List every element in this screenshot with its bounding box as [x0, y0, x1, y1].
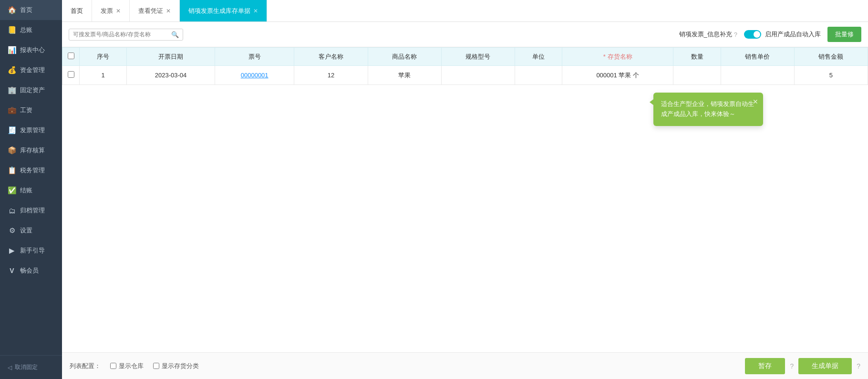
th-unit-price: 销售单价 — [721, 48, 794, 66]
sidebar-item-invoice-mgmt[interactable]: 🧾 发票管理 — [0, 120, 62, 140]
sidebar-bottom: ◁ 取消固定 — [0, 355, 62, 379]
guide-icon: ▶ — [8, 246, 16, 255]
sidebar-item-settings[interactable]: ⚙ 设置 — [0, 221, 62, 241]
sidebar-item-payroll[interactable]: 💼 工资 — [0, 100, 62, 120]
bottom-actions: 暂存 ? 生成单据 ? — [745, 358, 860, 374]
tab-invoice-close[interactable]: ✕ — [116, 8, 121, 14]
td-inventory: 000001 苹果 个 — [562, 66, 673, 85]
save-help-icon[interactable]: ? — [790, 362, 794, 370]
sidebar-item-closing[interactable]: ✅ 结账 — [0, 180, 62, 200]
sidebar-item-vip[interactable]: V 畅会员 — [0, 261, 62, 281]
funds-icon: 💰 — [8, 66, 16, 74]
th-checkbox — [62, 48, 80, 66]
main-area: 首页 发票 ✕ 查看凭证 ✕ 销项发票生成库存单据 ✕ 🔍 销项发票_信息补充 … — [62, 0, 868, 379]
th-qty: 数量 — [673, 48, 721, 66]
page-content: 🔍 销项发票_信息补充 ? 启用产成品自动入库 批量修 — [62, 22, 868, 379]
td-amount: 5 — [794, 66, 868, 85]
show-warehouse-checkbox[interactable]: 显示仓库 — [110, 362, 144, 370]
select-all-checkbox[interactable] — [68, 53, 74, 59]
toggle-wrap: 启用产成品自动入库 — [744, 30, 821, 39]
inventory-icon: 📦 — [8, 146, 16, 155]
archive-icon: 🗂 — [8, 207, 16, 215]
table-row: 1 2023-03-04 00000001 12 苹果 000001 苹果 个 … — [62, 66, 868, 85]
bottom-bar: 列表配置： 显示仓库 显示存货分类 暂存 ? 生成单据 ? — [62, 352, 868, 379]
generate-button[interactable]: 生成单据 — [798, 358, 852, 374]
tab-invoice[interactable]: 发票 ✕ — [92, 0, 130, 21]
search-box[interactable]: 🔍 — [69, 29, 183, 41]
th-seq: 序号 — [80, 48, 127, 66]
sidebar-pin-button[interactable]: ◁ 取消固定 — [0, 359, 62, 375]
auto-warehouse-toggle[interactable] — [744, 30, 761, 39]
tab-voucher-close[interactable]: ✕ — [166, 8, 171, 14]
td-qty — [673, 66, 721, 85]
th-amount: 销售金额 — [794, 48, 868, 66]
th-unit: 单位 — [515, 48, 562, 66]
sidebar-item-home[interactable]: 🏠 首页 — [0, 0, 62, 20]
td-spec — [441, 66, 515, 85]
th-inventory: * 存货名称 — [562, 48, 673, 66]
th-date: 开票日期 — [127, 48, 215, 66]
toolbar-right: 销项发票_信息补充 ? 启用产成品自动入库 批量修 — [679, 27, 861, 42]
row-checkbox-1[interactable] — [68, 71, 74, 78]
info-label: 销项发票_信息补充 ? — [679, 30, 737, 39]
toggle-label: 启用产成品自动入库 — [765, 30, 821, 39]
th-ticket: 票号 — [215, 48, 294, 66]
tab-voucher[interactable]: 查看凭证 ✕ — [130, 0, 180, 21]
save-button[interactable]: 暂存 — [745, 358, 785, 374]
sidebar-item-reports[interactable]: 📊 报表中心 — [0, 40, 62, 60]
show-warehouse-input[interactable] — [110, 363, 116, 369]
td-unit — [515, 66, 562, 85]
sidebar-item-archive[interactable]: 🗂 归档管理 — [0, 200, 62, 221]
td-ticket[interactable]: 00000001 — [215, 66, 294, 85]
th-spec: 规格型号 — [441, 48, 515, 66]
th-customer: 客户名称 — [294, 48, 368, 66]
settings-icon: ⚙ — [8, 226, 16, 235]
td-checkbox — [62, 66, 80, 85]
table-wrap: 序号 开票日期 票号 客户名称 商品名称 规格型号 单位 * 存货名称 数量 销… — [62, 47, 868, 352]
vip-icon: V — [8, 267, 16, 274]
show-category-input[interactable] — [153, 363, 159, 369]
search-icon[interactable]: 🔍 — [171, 31, 179, 38]
tab-bar: 首页 发票 ✕ 查看凭证 ✕ 销项发票生成库存单据 ✕ — [62, 0, 868, 22]
config-label: 列表配置： — [70, 362, 101, 370]
tab-home[interactable]: 首页 — [62, 0, 92, 21]
fixed-assets-icon: 🏢 — [8, 86, 16, 95]
main-table: 序号 开票日期 票号 客户名称 商品名称 规格型号 单位 * 存货名称 数量 销… — [62, 47, 868, 85]
batch-edit-button[interactable]: 批量修 — [827, 27, 861, 42]
tab-active[interactable]: 销项发票生成库存单据 ✕ — [180, 0, 267, 21]
td-product: 苹果 — [368, 66, 441, 85]
home-icon: 🏠 — [8, 6, 16, 14]
ledger-icon: 📒 — [8, 26, 16, 34]
toolbar: 🔍 销项发票_信息补充 ? 启用产成品自动入库 批量修 — [62, 22, 868, 47]
search-input[interactable] — [73, 31, 169, 38]
td-customer: 12 — [294, 66, 368, 85]
generate-help-icon[interactable]: ? — [857, 362, 860, 370]
tab-active-close[interactable]: ✕ — [253, 8, 258, 14]
th-product: 商品名称 — [368, 48, 441, 66]
show-category-checkbox[interactable]: 显示存货分类 — [153, 362, 199, 370]
sidebar-item-funds[interactable]: 💰 资金管理 — [0, 60, 62, 80]
tooltip-close-button[interactable]: ✕ — [753, 96, 758, 107]
td-unit-price — [721, 66, 794, 85]
sidebar-item-fixed-assets[interactable]: 🏢 固定资产 — [0, 80, 62, 100]
tooltip-box: ✕ 适合生产型企业，销项发票自动生成产成品入库，快来体验～ — [653, 93, 763, 126]
info-help-icon[interactable]: ? — [734, 31, 737, 38]
sidebar-item-guide[interactable]: ▶ 新手引导 — [0, 241, 62, 261]
pin-icon: ◁ — [8, 364, 12, 371]
td-date: 2023-03-04 — [127, 66, 215, 85]
table-header-row: 序号 开票日期 票号 客户名称 商品名称 规格型号 单位 * 存货名称 数量 销… — [62, 48, 868, 66]
tax-icon: 📋 — [8, 166, 16, 175]
reports-icon: 📊 — [8, 46, 16, 54]
invoice-mgmt-icon: 🧾 — [8, 126, 16, 135]
sidebar-item-tax[interactable]: 📋 税务管理 — [0, 160, 62, 180]
closing-icon: ✅ — [8, 186, 16, 195]
sidebar: 🏠 首页 📒 总账 📊 报表中心 💰 资金管理 🏢 固定资产 💼 工资 🧾 发票… — [0, 0, 62, 379]
sidebar-item-inventory[interactable]: 📦 库存核算 — [0, 140, 62, 160]
sidebar-item-ledger[interactable]: 📒 总账 — [0, 20, 62, 40]
td-seq: 1 — [80, 66, 127, 85]
payroll-icon: 💼 — [8, 106, 16, 115]
